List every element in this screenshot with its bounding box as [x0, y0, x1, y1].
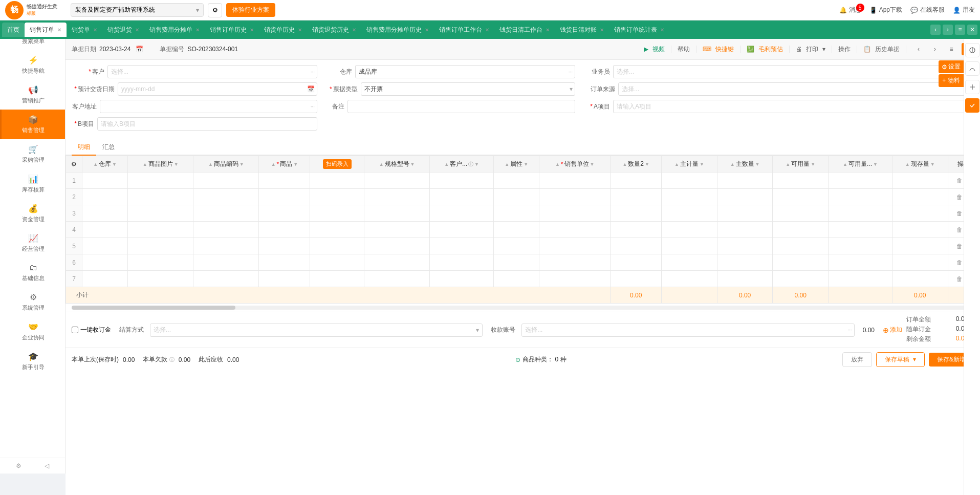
sidebar-item-marketing[interactable]: 📢 营销推广: [0, 80, 65, 110]
row6-available2[interactable]: [829, 254, 892, 271]
sidebar-item-operations[interactable]: 📈 经营管理: [0, 228, 65, 258]
row6-attribute[interactable]: [494, 254, 539, 271]
row7-available2[interactable]: [829, 271, 892, 287]
row5-current[interactable]: [892, 238, 948, 254]
row2-delete-icon[interactable]: 🗑: [956, 193, 963, 201]
help-label[interactable]: 帮助: [678, 45, 690, 54]
sidebar-item-inventory[interactable]: 📊 库存核算: [0, 169, 65, 199]
discard-btn[interactable]: 放弃: [842, 352, 872, 367]
row5-main-qty[interactable]: [717, 238, 773, 254]
scroll-thumb[interactable]: [72, 306, 235, 310]
warehouse-input[interactable]: 成品库 ···: [355, 65, 575, 78]
row6-available[interactable]: [773, 254, 829, 271]
tab-sales-order-close[interactable]: ✕: [57, 27, 61, 33]
tab-sales-goods[interactable]: 销货单 ✕: [67, 23, 102, 37]
col-custcode-help-icon[interactable]: ⓘ: [468, 161, 473, 168]
tab-sales-fee-close[interactable]: ✕: [195, 27, 200, 33]
row7-warehouse[interactable]: [82, 271, 128, 287]
tab-order-stats[interactable]: 销售订单统计表 ✕: [609, 23, 669, 37]
row2-spec[interactable]: [364, 189, 430, 205]
salesperson-input[interactable]: 选择... ···: [613, 65, 974, 78]
col-warehouse-header[interactable]: ▲ 仓库 ▼: [82, 156, 128, 173]
row5-custcode[interactable]: [430, 238, 494, 254]
row5-available2[interactable]: [829, 238, 892, 254]
settlement-dropdown[interactable]: ▾: [476, 327, 479, 334]
invoice-dropdown-icon[interactable]: ▾: [570, 85, 573, 93]
right-panel-icon-3[interactable]: [965, 61, 979, 76]
row7-image[interactable]: [128, 271, 193, 287]
row4-available2[interactable]: [829, 222, 892, 238]
col-spec-sort-up[interactable]: ▲: [379, 162, 384, 167]
row1-image[interactable]: [128, 173, 193, 189]
add-payment-btn[interactable]: ⊕ 添加: [883, 326, 902, 334]
tab-fee-history-close[interactable]: ✕: [425, 27, 429, 33]
system-selector[interactable]: 装备及固定资产辅助管理系统 ▾: [71, 3, 204, 17]
col-product-sort-down[interactable]: ▼: [293, 162, 298, 167]
industry-btn[interactable]: 体验行业方案: [226, 3, 275, 17]
tab-home[interactable]: 首页: [2, 23, 25, 37]
col-attr-sort-down[interactable]: ▼: [524, 162, 528, 167]
tab-fee-history[interactable]: 销售费用分摊单历史 ✕: [361, 23, 434, 37]
col-spec-header[interactable]: ▲ 规格型号 ▼: [364, 156, 430, 173]
row1-current[interactable]: [892, 173, 948, 189]
tab-return-history-close[interactable]: ✕: [352, 27, 356, 33]
row2-custcode[interactable]: [430, 189, 494, 205]
table-settings-icon[interactable]: ⚙: [71, 161, 77, 168]
row6-custcode[interactable]: [430, 254, 494, 271]
tab-daily-workbench[interactable]: 钱货日清工作台 ✕: [494, 23, 555, 37]
tab-order-history[interactable]: 销售订单历史 ✕: [205, 23, 259, 37]
nav-next-btn[interactable]: ›: [929, 43, 941, 55]
col-customer-code-header[interactable]: ▲ 客户... ⓘ ▼: [430, 156, 494, 173]
row7-delete-icon[interactable]: 🗑: [956, 275, 963, 283]
col-custcode-sort-down[interactable]: ▼: [474, 162, 479, 167]
row2-qty2[interactable]: [611, 189, 662, 205]
row5-code[interactable]: [193, 238, 259, 254]
tab-summary[interactable]: 汇总: [96, 140, 121, 156]
tab-sales-return-close[interactable]: ✕: [135, 27, 139, 33]
tab-detail[interactable]: 明细: [72, 140, 96, 156]
row4-spec[interactable]: [364, 222, 430, 238]
row7-qty2[interactable]: [611, 271, 662, 287]
row5-delete-icon[interactable]: 🗑: [956, 243, 963, 250]
row1-custcode[interactable]: [430, 173, 494, 189]
row3-code[interactable]: [193, 205, 259, 222]
shortcut-label[interactable]: 快捷键: [715, 45, 734, 54]
col-unit-header[interactable]: ▲ *销售单位 ▼: [539, 156, 611, 173]
sidebar-item-guide[interactable]: 🎓 新手引导: [0, 347, 65, 376]
row3-qty2[interactable]: [611, 205, 662, 222]
row3-warehouse[interactable]: [82, 205, 128, 222]
sidebar-settings-icon[interactable]: ⚙: [16, 462, 21, 469]
save-draft-btn[interactable]: 保存草稿 ▾: [876, 352, 925, 367]
customer-dots-icon[interactable]: ···: [311, 69, 315, 75]
add-material-float-btn[interactable]: + 物料: [939, 74, 964, 87]
sidebar-collapse-icon[interactable]: ◁: [45, 462, 49, 469]
tab-return-history[interactable]: 销货退货历史 ✕: [307, 23, 361, 37]
row4-current[interactable]: [892, 222, 948, 238]
col-mainunit-sort-down[interactable]: ▼: [700, 162, 704, 167]
row1-available2[interactable]: [829, 173, 892, 189]
col-main-unit-header[interactable]: ▲ 主计量 ▼: [662, 156, 717, 173]
settings-btn[interactable]: ⚙: [208, 3, 222, 17]
col-scan-header[interactable]: 扫码录入: [310, 156, 364, 173]
row2-code[interactable]: [193, 189, 259, 205]
row6-product[interactable]: [259, 254, 310, 271]
col-product-header[interactable]: ▲ *商品 ▼: [259, 156, 310, 173]
right-panel-icon-5[interactable]: [965, 98, 979, 113]
row3-product[interactable]: [259, 205, 310, 222]
col-mainqty-sort-up[interactable]: ▲: [730, 162, 735, 167]
col-attribute-header[interactable]: ▲ 属性 ▼: [494, 156, 539, 173]
col-avail-sort-down[interactable]: ▼: [811, 162, 815, 167]
row6-unit[interactable]: [539, 254, 611, 271]
col-image-sort-up[interactable]: ▲: [143, 162, 147, 167]
row1-delete-icon[interactable]: 🗑: [956, 177, 963, 184]
row1-spec[interactable]: [364, 173, 430, 189]
row4-qty2[interactable]: [611, 222, 662, 238]
row5-product[interactable]: [259, 238, 310, 254]
tab-nav-right[interactable]: ›: [943, 25, 953, 35]
row2-warehouse[interactable]: [82, 189, 128, 205]
tab-nav-more[interactable]: ≡: [955, 25, 965, 35]
col-unit-sort-down[interactable]: ▼: [590, 162, 595, 167]
remark-input[interactable]: [347, 100, 575, 113]
col-qty2-sort-up[interactable]: ▲: [622, 162, 627, 167]
row6-qty2[interactable]: [611, 254, 662, 271]
